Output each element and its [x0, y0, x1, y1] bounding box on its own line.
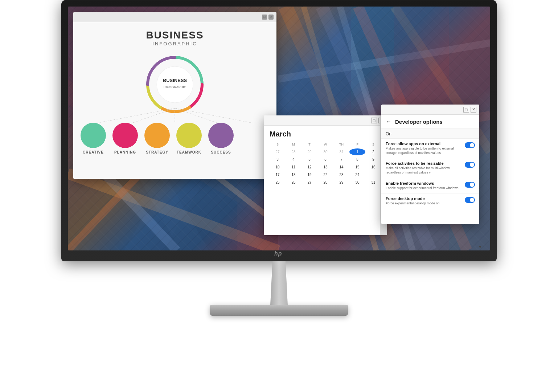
cal-cell[interactable]: 9: [365, 156, 381, 163]
cal-header-th: TH: [333, 142, 349, 147]
cal-cell[interactable]: 4: [286, 156, 301, 163]
developer-close-btn[interactable]: ✕: [471, 107, 476, 113]
developer-titlebar: □ ✕: [381, 105, 479, 115]
dev-option-3: Enable freeform windows Enable support f…: [381, 178, 479, 194]
cal-header-s2: S: [365, 142, 381, 147]
svg-line-23: [133, 108, 175, 123]
cal-cell[interactable]: 27: [301, 179, 317, 186]
infographic-sub-title: INFOGRAPHIC: [146, 41, 204, 46]
dev-toggle-4-thumb: [470, 198, 474, 202]
cal-cell[interactable]: 3: [270, 156, 286, 163]
monitor-container: □ ✕ BUSINESS INFOGRAPHIC: [43, 0, 515, 392]
cal-cell[interactable]: 31: [365, 179, 381, 186]
calendar-titlebar: □ ✕: [264, 115, 387, 126]
node-circle-teamwork: [176, 123, 202, 148]
infographic-title: BUSINESS INFOGRAPHIC: [146, 29, 204, 46]
connection-lines-svg: [81, 108, 269, 123]
node-success: SUCCESS: [208, 123, 234, 154]
dev-option-2-title: Force activities to be resizable: [386, 161, 462, 166]
cal-cell[interactable]: 30: [317, 148, 333, 155]
cal-cell[interactable]: 16: [365, 164, 381, 171]
dev-option-1-desc: Makes any app eligible to be written to …: [386, 147, 462, 155]
presentation-close-btn[interactable]: ✕: [268, 15, 274, 20]
developer-status: On: [381, 129, 479, 139]
svg-text:INFOGRAPHIC: INFOGRAPHIC: [164, 85, 186, 89]
dev-option-4-text: Force desktop mode Force experimental de…: [386, 196, 462, 206]
developer-back-button[interactable]: ←: [386, 118, 391, 125]
svg-line-25: [175, 108, 217, 123]
cal-cell[interactable]: 5: [301, 156, 317, 163]
cal-cell[interactable]: 22: [317, 171, 333, 178]
window-calendar: □ ✕ March S M T W TH F S: [264, 115, 387, 235]
presentation-maximize-btn[interactable]: □: [262, 15, 267, 20]
cal-cell[interactable]: 12: [301, 164, 317, 171]
cal-cell[interactable]: 27: [270, 148, 286, 155]
node-planning: PLANNING: [112, 123, 138, 154]
dev-option-2-desc: Make all activities resizable for multi-…: [386, 166, 462, 175]
calendar-grid: S M T W TH F S 27 28 29: [270, 142, 381, 186]
node-strategy: STRATEGY: [144, 123, 170, 154]
nodes-row: CREATIVE PLANNING STRATEGY: [81, 123, 269, 154]
developer-header: ← Developer options: [381, 115, 479, 129]
circle-diagram-svg: BUSINESS INFOGRAPHIC: [142, 52, 208, 117]
cal-cell[interactable]: 7: [333, 156, 349, 163]
dev-option-4-title: Force desktop mode: [386, 196, 462, 201]
cal-row-2: 3 4 5 6 7 8 9: [270, 156, 381, 163]
cal-cell[interactable]: 14: [333, 164, 349, 171]
dev-option-1: Force allow apps on external Makes any a…: [381, 139, 479, 158]
cal-cell[interactable]: 29: [301, 148, 317, 155]
svg-line-26: [175, 108, 251, 123]
node-label-teamwork: TEAMWORK: [177, 150, 201, 154]
cal-cell[interactable]: 10: [270, 164, 286, 171]
cal-cell[interactable]: 19: [301, 171, 317, 178]
window-presentation: □ ✕ BUSINESS INFOGRAPHIC: [73, 12, 276, 179]
cal-cell[interactable]: 15: [349, 164, 365, 171]
infographic: BUSINESS INFOGRAPHIC: [81, 29, 269, 172]
node-circle-planning: [112, 123, 138, 148]
presentation-content: BUSINESS INFOGRAPHIC: [73, 22, 276, 179]
dev-toggle-1[interactable]: [465, 142, 475, 148]
cal-header-f: F: [349, 142, 365, 147]
cal-cell[interactable]: 29: [333, 179, 349, 186]
node-circle-success: [208, 123, 234, 148]
cal-cell[interactable]: 25: [270, 179, 286, 186]
cal-cell[interactable]: 11: [286, 164, 301, 171]
cal-header-m: M: [286, 142, 301, 147]
cal-cell[interactable]: 31: [333, 148, 349, 155]
calendar-maximize-btn[interactable]: □: [371, 118, 377, 123]
cal-header-w: W: [317, 142, 333, 147]
cal-cell[interactable]: 28: [286, 148, 301, 155]
cal-cell[interactable]: 18: [286, 171, 301, 178]
developer-maximize-btn[interactable]: □: [463, 107, 469, 113]
cal-row-5: 25 26 27 28 29 30 31: [270, 179, 381, 186]
dev-toggle-3-thumb: [470, 183, 474, 187]
cal-cell-today[interactable]: 1: [349, 148, 365, 155]
cal-cell[interactable]: 8: [349, 156, 365, 163]
cal-cell[interactable]: 26: [286, 179, 301, 186]
cal-cell[interactable]: 23: [333, 171, 349, 178]
cal-cell[interactable]: 2: [365, 148, 381, 155]
cal-cell[interactable]: 24: [349, 171, 365, 178]
dev-toggle-4[interactable]: [465, 197, 475, 203]
circle-diagram: BUSINESS INFOGRAPHIC: [142, 52, 208, 117]
dev-toggle-3[interactable]: [465, 182, 475, 188]
cal-cell[interactable]: 6: [317, 156, 333, 163]
node-label-planning: PLANNING: [114, 150, 136, 154]
cal-cell[interactable]: 17: [270, 171, 286, 178]
screen-indicator: [479, 246, 481, 248]
node-label-strategy: STRATEGY: [146, 150, 168, 154]
cal-cell[interactable]: 30: [349, 179, 365, 186]
cal-row-3: 10 11 12 13 14 15 16: [270, 164, 381, 171]
cal-cell[interactable]: 13: [317, 164, 333, 171]
cal-cell[interactable]: 28: [317, 179, 333, 186]
dev-toggle-2[interactable]: [465, 162, 475, 168]
dev-option-3-text: Enable freeform windows Enable support f…: [386, 181, 462, 191]
svg-text:BUSINESS: BUSINESS: [163, 78, 187, 83]
svg-text:hp: hp: [274, 250, 282, 257]
cal-cell[interactable]: [365, 171, 381, 178]
calendar-header: S M T W TH F S: [270, 142, 381, 147]
node-teamwork: TEAMWORK: [176, 123, 202, 154]
presentation-titlebar: □ ✕: [73, 12, 276, 22]
dev-option-4: Force desktop mode Force experimental de…: [381, 193, 479, 209]
dev-option-1-text: Force allow apps on external Makes any a…: [386, 142, 462, 155]
